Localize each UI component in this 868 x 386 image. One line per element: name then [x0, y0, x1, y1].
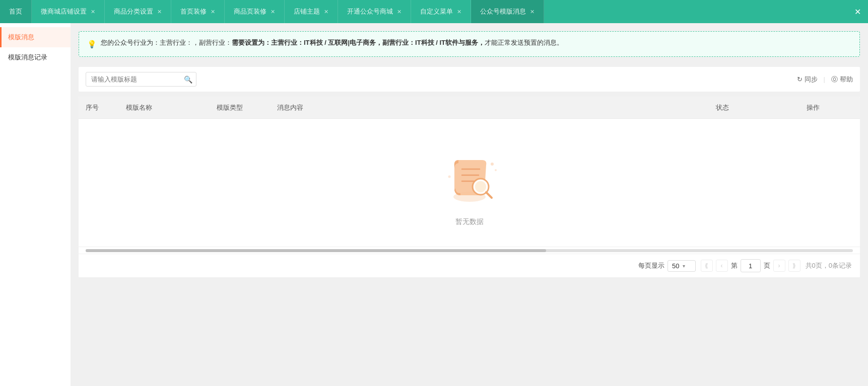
th-index: 序号: [79, 103, 119, 112]
tab-open-mall-label: 开通公众号商城: [347, 7, 393, 16]
total-info: 共0页，0条记录: [806, 261, 852, 270]
notice-suffix: 才能正常发送预置的消息。: [485, 39, 563, 46]
tab-bar-close-all[interactable]: ✕: [854, 7, 861, 17]
empty-text: 暂无数据: [455, 217, 484, 226]
search-left: 🔍: [86, 72, 196, 87]
notice-highlight: 需要设置为：主营行业：IT科技 / 互联网|电子商务，副营行业：IT科技 / I…: [232, 39, 485, 46]
tab-homepage-decor-label: 首页装修: [180, 7, 207, 16]
scrollbar-area[interactable]: [79, 247, 860, 254]
tab-custom-menu-label: 自定义菜单: [420, 7, 453, 16]
svg-point-7: [491, 163, 494, 166]
page-size-select: 每页显示 50 ▾: [638, 260, 695, 272]
search-actions: ↻ 同步 | ⓪ 帮助: [797, 75, 853, 84]
sidebar-item-template-msg-log-label: 模版消息记录: [8, 53, 47, 62]
sync-label: 同步: [805, 75, 818, 84]
tab-product-page-decor[interactable]: 商品页装修 ✕: [225, 0, 285, 23]
empty-state: 暂无数据: [79, 119, 860, 247]
search-input-wrap: 🔍: [86, 72, 196, 87]
tab-template-msg[interactable]: 公众号模版消息 ✕: [471, 0, 544, 23]
scrollbar-track[interactable]: [86, 249, 853, 252]
pagination-bar: 每页显示 50 ▾ ⟪ ‹ 第 页 › ⟫ 共0页，0条记录: [79, 254, 860, 277]
page-size-value: 50: [672, 262, 679, 270]
tab-home-label: 首页: [9, 7, 22, 16]
table-header: 序号 模版名称 模版类型 消息内容 状态 操作: [79, 97, 860, 119]
tab-product-category-label: 商品分类设置: [114, 7, 153, 16]
page-size-dropdown[interactable]: 50 ▾: [667, 260, 695, 272]
tab-micro-shop[interactable]: 微商城店铺设置 ✕: [32, 0, 105, 23]
tab-home[interactable]: 首页: [0, 0, 32, 23]
sync-icon: ↻: [797, 75, 803, 83]
th-name: 模版名称: [119, 103, 210, 112]
tab-open-mall[interactable]: 开通公众号商城 ✕: [338, 0, 411, 23]
sidebar: 模版消息 模版消息记录: [0, 23, 71, 386]
svg-point-5: [475, 181, 486, 192]
bulb-icon: 💡: [87, 38, 97, 50]
th-status: 状态: [709, 103, 799, 112]
tab-product-page-decor-close[interactable]: ✕: [271, 9, 275, 15]
actions-divider: |: [824, 75, 825, 83]
tab-micro-shop-label: 微商城店铺设置: [41, 7, 87, 16]
notice-prefix: 您的公众号行业为：主营行业：，副营行业：: [101, 39, 232, 46]
tab-bar: 首页 微商城店铺设置 ✕ 商品分类设置 ✕ 首页装修 ✕ 商品页装修 ✕ 店铺主…: [0, 0, 868, 23]
tab-custom-menu[interactable]: 自定义菜单 ✕: [411, 0, 471, 23]
sidebar-item-template-msg[interactable]: 模版消息: [0, 27, 71, 47]
search-input[interactable]: [86, 72, 196, 87]
prev-page-button[interactable]: ‹: [716, 260, 728, 272]
tab-micro-shop-close[interactable]: ✕: [91, 9, 95, 15]
search-icon[interactable]: 🔍: [184, 75, 192, 84]
page-label: 第: [731, 261, 738, 270]
help-button[interactable]: ⓪ 帮助: [831, 75, 853, 84]
tab-template-msg-label: 公众号模版消息: [480, 7, 526, 16]
svg-point-9: [448, 176, 450, 178]
tab-store-theme[interactable]: 店铺主题 ✕: [285, 0, 338, 23]
tab-homepage-decor-close[interactable]: ✕: [211, 9, 215, 15]
tab-custom-menu-close[interactable]: ✕: [457, 9, 461, 15]
help-label: 帮助: [840, 75, 853, 84]
last-page-button[interactable]: ⟫: [788, 260, 800, 272]
sync-button[interactable]: ↻ 同步: [797, 75, 818, 84]
sidebar-item-template-msg-log[interactable]: 模版消息记录: [0, 47, 71, 67]
notice-banner: 💡 您的公众号行业为：主营行业：，副营行业：需要设置为：主营行业：IT科技 / …: [79, 31, 860, 57]
help-icon: ⓪: [831, 75, 838, 84]
sidebar-item-template-msg-label: 模版消息: [8, 33, 34, 42]
content-area: 💡 您的公众号行业为：主营行业：，副营行业：需要设置为：主营行业：IT科技 / …: [71, 23, 868, 386]
th-action: 操作: [799, 103, 860, 112]
current-page-input[interactable]: [741, 259, 761, 272]
page-size-label: 每页显示: [638, 261, 664, 270]
page-nav: ⟪ ‹ 第 页 › ⟫: [701, 259, 800, 272]
tab-store-theme-close[interactable]: ✕: [324, 9, 328, 15]
tab-homepage-decor[interactable]: 首页装修 ✕: [171, 0, 225, 23]
table-wrap: 序号 模版名称 模版类型 消息内容 状态 操作: [79, 97, 860, 277]
tab-product-category[interactable]: 商品分类设置 ✕: [105, 0, 171, 23]
page-size-chevron: ▾: [683, 263, 685, 269]
notice-text: 您的公众号行业为：主营行业：，副营行业：需要设置为：主营行业：IT科技 / 互联…: [101, 38, 563, 48]
th-content: 消息内容: [270, 103, 709, 112]
svg-line-6: [486, 192, 492, 198]
th-type: 模版类型: [210, 103, 270, 112]
empty-illustration: [439, 149, 500, 209]
main-layout: 模版消息 模版消息记录 💡 您的公众号行业为：主营行业：，副营行业：需要设置为：…: [0, 23, 868, 386]
tab-product-page-decor-label: 商品页装修: [234, 7, 266, 16]
search-bar: 🔍 ↻ 同步 | ⓪ 帮助: [79, 67, 860, 92]
tab-template-msg-close[interactable]: ✕: [530, 9, 535, 15]
tab-store-theme-label: 店铺主题: [294, 7, 320, 16]
tab-product-category-close[interactable]: ✕: [157, 9, 162, 15]
svg-point-8: [495, 169, 497, 171]
scrollbar-thumb[interactable]: [86, 249, 546, 252]
tab-open-mall-close[interactable]: ✕: [397, 9, 402, 15]
page-suffix: 页: [764, 261, 770, 270]
first-page-button[interactable]: ⟪: [701, 260, 713, 272]
next-page-button[interactable]: ›: [773, 260, 785, 272]
